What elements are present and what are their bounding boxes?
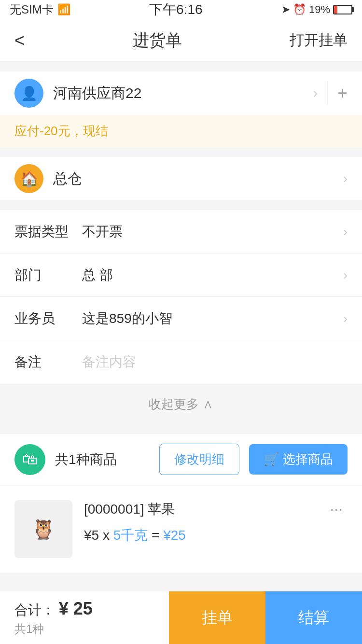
department-chevron-icon: › — [343, 267, 348, 283]
owl-icon: 🦉 — [31, 518, 56, 541]
supplier-row[interactable]: 👤 河南供应商22 › + — [0, 71, 362, 115]
warehouse-name: 总仓 — [53, 169, 343, 189]
open-hang-button[interactable]: 打开挂单 — [290, 30, 348, 50]
salesperson-chevron-icon: › — [343, 311, 348, 326]
hang-button[interactable]: 挂单 — [169, 591, 265, 644]
supplier-notice: 应付-20元，现结 — [0, 115, 362, 147]
back-button[interactable]: < — [14, 30, 25, 51]
alarm-icon: ⏰ — [293, 3, 306, 16]
warehouse-row[interactable]: 🏠 总仓 › — [0, 157, 362, 200]
status-right: ➤ ⏰ 19% — [281, 3, 352, 16]
footer: 合计： ¥ 25 共1种 挂单 结算 — [0, 591, 362, 644]
battery-icon — [333, 5, 352, 14]
form-section: 票据类型 不开票 › 部门 总 部 › 业务员 这是859的小智 › 备注 备注… — [0, 210, 362, 384]
add-supplier-button[interactable]: + — [337, 83, 348, 103]
nav-bar: < 进货单 打开挂单 — [0, 19, 362, 62]
total-label: 合计： — [14, 602, 55, 617]
invoice-row[interactable]: 票据类型 不开票 › — [0, 210, 362, 253]
location-icon: ➤ — [281, 3, 290, 16]
invoice-value: 不开票 — [82, 223, 343, 241]
invoice-label: 票据类型 — [14, 223, 72, 241]
page-title: 进货单 — [133, 29, 182, 52]
select-product-button[interactable]: 🛒 选择商品 — [249, 444, 348, 475]
wifi-icon: 📶 — [57, 3, 70, 16]
salesperson-row[interactable]: 业务员 这是859的小智 › — [0, 297, 362, 340]
status-bar: 无SIM卡 📶 下午6:16 ➤ ⏰ 19% — [0, 0, 362, 19]
quantity-value: 5千克 — [113, 528, 148, 543]
avatar-icon: 👤 — [21, 85, 38, 101]
collapse-bar[interactable]: 收起更多 ∧ — [0, 384, 362, 424]
footer-total-row: 合计： ¥ 25 — [14, 599, 154, 619]
remark-label: 备注 — [14, 353, 72, 371]
supplier-chevron-icon: › — [313, 85, 318, 101]
salesperson-value: 这是859的小智 — [82, 309, 343, 328]
product-info: [0000001] 苹果 ¥5 x 5千克 = ¥25 — [84, 500, 313, 545]
product-code: [0000001] — [84, 502, 144, 517]
department-row[interactable]: 部门 总 部 › — [0, 253, 362, 297]
product-price-row: ¥5 x 5千克 = ¥25 — [84, 526, 313, 545]
select-product-icon: 🛒 — [264, 452, 279, 467]
subtotal: ¥25 — [163, 528, 186, 543]
supplier-avatar: 👤 — [14, 79, 43, 108]
footer-total: 合计： ¥ 25 共1种 — [0, 599, 169, 637]
bag-icon: 🛍 — [22, 450, 38, 468]
total-amount: ¥ 25 — [59, 599, 93, 618]
product-section-icon: 🛍 — [14, 444, 45, 475]
invoice-chevron-icon: › — [343, 224, 348, 239]
product-header: 🛍 共1种商品 修改明细 🛒 选择商品 — [0, 434, 362, 485]
battery-percent: 19% — [309, 3, 330, 16]
supplier-name: 河南供应商22 — [53, 84, 313, 103]
select-product-label: 选择商品 — [283, 451, 333, 468]
product-count: 共1种商品 — [55, 450, 150, 469]
settle-button[interactable]: 结算 — [265, 591, 362, 644]
product-more-button[interactable]: ··· — [325, 500, 348, 518]
remark-row[interactable]: 备注 备注内容 — [0, 340, 362, 384]
status-time: 下午6:16 — [149, 0, 203, 19]
unit-price: ¥5 — [84, 528, 99, 543]
product-card: 🦉 [0000001] 苹果 ¥5 x 5千克 = ¥25 ··· — [0, 486, 362, 573]
product-name: [0000001] 苹果 — [84, 500, 313, 518]
carrier-text: 无SIM卡 — [10, 2, 54, 17]
status-left: 无SIM卡 📶 — [10, 2, 70, 17]
product-title: 苹果 — [148, 502, 175, 517]
footer-count: 共1种 — [14, 621, 154, 637]
salesperson-label: 业务员 — [14, 309, 72, 328]
divider — [327, 81, 328, 105]
warehouse-icon: 🏠 — [14, 164, 43, 193]
warehouse-chevron-icon: › — [343, 171, 348, 186]
warehouse-section: 🏠 总仓 › — [0, 157, 362, 200]
department-value: 总 部 — [82, 266, 343, 284]
supplier-section: 👤 河南供应商22 › + 应付-20元，现结 — [0, 71, 362, 147]
product-thumbnail: 🦉 — [14, 500, 72, 558]
edit-detail-button[interactable]: 修改明细 — [159, 444, 239, 475]
department-label: 部门 — [14, 266, 72, 284]
remark-input[interactable]: 备注内容 — [82, 353, 348, 371]
